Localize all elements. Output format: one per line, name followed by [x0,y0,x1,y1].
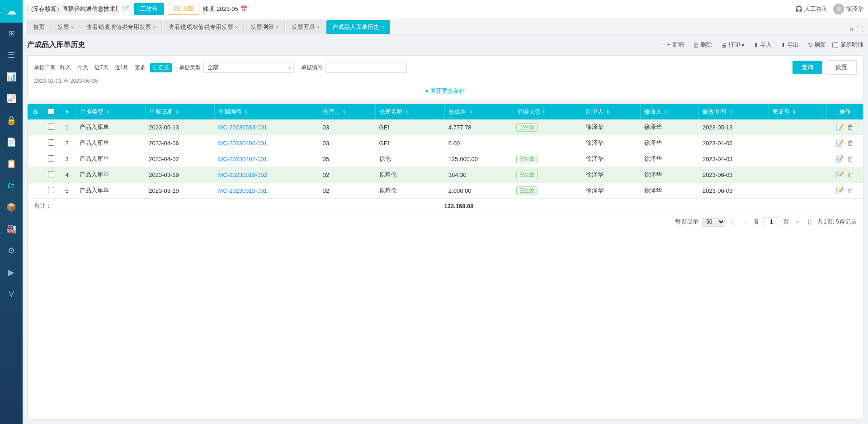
edit-button[interactable]: 📝 [835,154,844,163]
first-page-button[interactable]: ⟨⟨ [729,218,737,226]
date-more-btn[interactable]: 更多 [133,63,147,72]
sidebar-item-settings[interactable]: ⚙ [0,240,23,262]
prev-page-button[interactable]: ＜ [741,217,750,227]
row-bill-no[interactable]: MC-20230513-001 [215,119,319,135]
col-total-cost[interactable]: 总成本 ⇅ [445,104,513,119]
row-checkbox[interactable] [48,187,54,193]
row-delete-button[interactable]: 🗑 [846,123,854,132]
tab-invoice-close[interactable]: × [71,24,74,30]
col-warehouse-name[interactable]: 仓库名称 ⇅ [376,104,445,119]
tab-sales-vat-close[interactable]: × [153,24,156,30]
reset-button[interactable]: 设置 [826,60,857,75]
date-7days-btn[interactable]: 近7天 [93,63,110,72]
import-button[interactable]: ⬆ 导入 [751,39,774,51]
row-delete-button[interactable]: 🗑 [846,186,854,195]
row-bill-no[interactable]: MC-20230319-001 [215,183,319,199]
edit-button[interactable]: 📝 [835,123,844,132]
row-creator: 徐泽华 [582,151,641,167]
new-label: + 新增 [667,41,684,49]
sidebar-item-inventory[interactable]: 📦 [0,196,23,218]
sidebar-item-chart[interactable]: 📊 [0,66,23,88]
col-bill-status[interactable]: 单据状态 ⇅ [513,104,582,119]
expand-more-btn[interactable]: ▾ 展开更多条件 [425,87,465,95]
row-bill-date: 2023-05-13 [145,119,214,135]
date-1month-btn[interactable]: 近1月 [113,63,131,72]
row-delete-button[interactable]: 🗑 [846,138,854,148]
sidebar-item-menu[interactable]: ☰ [0,44,23,66]
date-custom-btn[interactable]: 自定义 [150,63,172,72]
switch-version-button[interactable]: 切到旧版 [168,3,199,15]
sidebar-item-play[interactable]: ▶ [0,262,23,283]
row-checkbox[interactable] [48,155,54,162]
col-modifier[interactable]: 修改人 ⇅ [641,104,699,119]
col-voucher-no[interactable]: 凭证号 ⇅ [768,104,826,119]
row-bill-no[interactable]: MC-20230402-001 [215,151,319,167]
delete-button[interactable]: 🗑 删除 [690,39,715,51]
tab-invoice-calc-close[interactable]: × [276,24,278,30]
page-number-input[interactable] [763,217,779,226]
calendar-icon[interactable]: 📅 [240,5,247,12]
date-today-btn[interactable]: 今天 [75,63,90,72]
row-bill-no[interactable]: MC-20230406-001 [215,135,319,151]
tab-sales-vat[interactable]: 查看销项增值税专用发票 × [80,20,161,34]
company-selector[interactable]: (库存核算）直播轻纯通信息技术股份... ▾ [27,4,118,14]
row-bill-no[interactable]: MC-20230319-002 [215,167,319,183]
row-delete-button[interactable]: 🗑 [846,170,854,179]
print-button[interactable]: 🖨 打印 ▾ [718,39,747,51]
col-bill-type[interactable]: 单据类型 ⇅ [76,104,145,119]
table-row: 4 产品入库单 2023-03-19 MC-20230319-002 02 原料… [28,167,863,183]
per-page-select[interactable]: 20 50 100 [702,217,725,227]
row-checkbox[interactable] [48,171,54,177]
sidebar-item-factory[interactable]: 🏭 [0,218,23,240]
bill-type-select[interactable]: 全部 产品入库单 [203,62,294,73]
date-yesterday-btn[interactable]: 昨天 [58,63,73,72]
tab-invoice-issue[interactable]: 发票开具 × [286,20,326,34]
show-detail-toggle[interactable]: 显示明细 [832,41,863,49]
row-checkbox[interactable] [48,139,54,146]
col-bill-no[interactable]: 单据编号 ⇅ [215,104,319,119]
company-name: (库存核算）直播轻纯通信息技术股份... [31,5,118,13]
sidebar-item-home[interactable]: ⊞ [0,23,23,44]
workbench-button[interactable]: 工作台 [134,3,164,15]
tab-invoice-calc[interactable]: 发票测算 × [245,20,284,34]
col-creator[interactable]: 制单人 ⇅ [582,104,641,119]
export-button[interactable]: ⬇ 导出 [778,39,802,51]
settings-icon[interactable]: ⚙ [33,108,38,115]
user-menu[interactable]: 徐 徐泽华 [833,4,863,14]
tab-stock-in-history-close[interactable]: × [381,24,384,30]
next-page-button[interactable]: ＞ [793,217,802,227]
tab-invoice[interactable]: 发票 × [52,20,80,34]
col-bill-date[interactable]: 单据日期 ⇅ [145,104,214,119]
tab-purchase-vat[interactable]: 查看进项增值税专用发票 × [163,20,244,34]
sidebar-item-docs[interactable]: 📄 [0,131,23,153]
edit-button[interactable]: 📝 [835,186,844,195]
sidebar-item-analytics[interactable]: 📈 [0,88,23,110]
sidebar-item-v[interactable]: V [0,283,23,305]
tab-purchase-vat-close[interactable]: × [235,24,238,30]
select-all-checkbox[interactable] [48,108,54,114]
tab-maximize-button[interactable]: ⛶ [857,26,863,33]
tab-home-label: 首页 [33,23,45,31]
row-modify-time: 2023-06-03 [699,167,768,183]
col-warehouse-code[interactable]: 仓库... ⇅ [319,104,375,119]
query-button[interactable]: 查询 [793,61,822,74]
edit-button[interactable]: 📝 [835,170,844,179]
sidebar-item-list[interactable]: 📋 [0,153,23,175]
table-wrap: ⚙ # 单据类型 ⇅ 单据日期 ⇅ 单据编号 ⇅ 仓库... ⇅ 仓库名称 ⇅ … [27,104,863,419]
sidebar-item-security[interactable]: 🔒 [0,110,23,131]
col-modify-time[interactable]: 修改时间 ⇅ [699,104,768,119]
tab-stock-in-history[interactable]: 产成品入库单历史 × [326,20,390,34]
tab-invoice-issue-close[interactable]: × [317,24,320,30]
tab-home[interactable]: 首页 [27,20,51,34]
show-detail-checkbox[interactable] [832,42,838,48]
tab-close-all-button[interactable]: ✕ [849,26,854,33]
last-page-button[interactable]: ⟩⟩ [806,218,814,226]
sidebar-item-files[interactable]: 🗂 [0,175,23,196]
row-delete-button[interactable]: 🗑 [846,154,854,163]
new-button[interactable]: ＋ + 新增 [657,39,687,51]
row-checkbox[interactable] [48,124,54,130]
refresh-button[interactable]: ↻ 刷新 [805,39,829,51]
support-link[interactable]: 🎧 人工咨询 [795,5,828,13]
bill-no-input[interactable] [326,62,407,73]
edit-button[interactable]: 📝 [835,138,844,148]
